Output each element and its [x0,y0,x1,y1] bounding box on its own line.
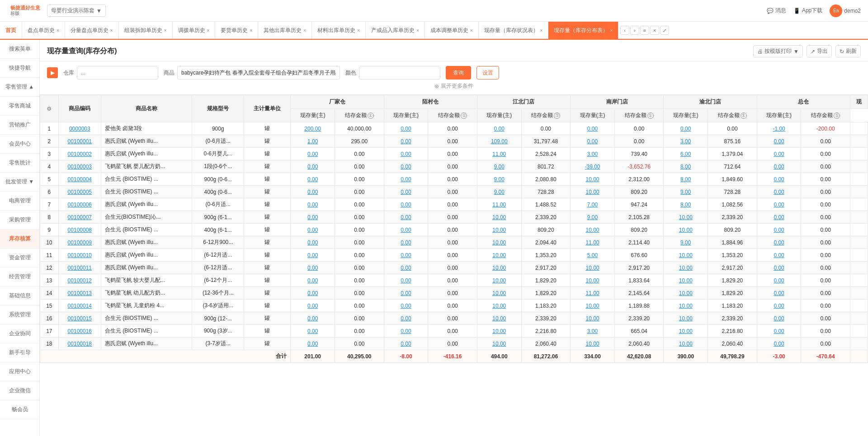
nav-prev-btn[interactable]: ‹ [620,26,629,35]
print-btn[interactable]: 🖨 按模版打印 ▼ [753,45,803,57]
col-mc-amt: 结存金额① [428,109,477,122]
filter-area: ▶ 仓库 商品 颜色 查询 设置 [40,61,868,95]
sidebar-item-enterprise[interactable]: 企业协同 [0,324,39,343]
app-container: 畅捷通好生意 标版 母婴行业演示陈套 ▼ 💬 消息 📱 App下载 Ea [0,0,868,436]
tab-xiancun-status[interactable]: 现存量（库存状况表） × [479,22,549,39]
table-row: 12 00100011 惠氏启赋 (Wyeth illu... (6-12月适.… [40,262,868,274]
printer-icon: 🖨 [757,48,763,55]
table-row: 6 00100005 合生元 (BIOSTIME) ... 400g (0-6.… [40,186,868,198]
warehouse-filter: 仓库 [63,66,158,80]
user-area[interactable]: Ea demo2 [830,5,861,17]
top-bar: 畅捷通好生意 标版 母婴行业演示陈套 ▼ 💬 消息 📱 App下载 Ea [0,0,868,22]
goods-filter: 商品 [164,66,340,80]
message-btn[interactable]: 💬 消息 [767,7,786,14]
tab-yaohuo[interactable]: 要货单历史 × [215,22,258,39]
close-icon[interactable]: × [303,28,306,33]
tab-pandian[interactable]: 盘点单历史 × [22,22,65,39]
sidebar-item-member2[interactable]: 畅会员 [0,400,39,419]
tab-fenliang[interactable]: 分量盘点单历史 × [65,22,119,39]
sidebar-item-search[interactable]: 搜索英单 [0,40,39,59]
content-area: 现存量查询(库存分布) 🖨 按模版打印 ▼ ↗ 导出 ↻ 刷新 [40,40,868,436]
close-icon[interactable]: × [470,28,473,33]
table-row: 1 0000003 爱他美 卤黛3段 900g 罐 200.00 40,000.… [40,122,868,135]
table-row: 16 00100015 合生元 (BIOSTIME) ... 900g (12-… [40,312,868,325]
sidebar-item-inventory[interactable]: 库存核算 [0,230,39,248]
refresh-icon: ↻ [840,48,844,55]
warehouse-input[interactable] [77,66,158,80]
expand-conditions-btn[interactable]: ⊕ 展开更多条件 [434,82,473,90]
close-icon[interactable]: × [357,28,360,33]
tab-xiancun-dist[interactable]: 现存量（库存分布表） × [548,22,618,39]
sidebar-item-purchase[interactable]: 采购管理 [0,211,39,230]
nav-menu-btn[interactable]: ≡ [640,26,649,35]
col-settings[interactable]: ⚙ [40,95,59,122]
col-code-header: 商品编码 [58,95,101,122]
close-icon[interactable]: × [250,28,252,33]
tab-chancheng[interactable]: 产成品入库单历史 × [366,22,425,39]
table-container[interactable]: ⚙ 商品编码 商品名称 规格型号 主计量单位 厂家仓 陌村仓 江北门店 南岸门店… [40,95,868,436]
table-row: 18 00100018 惠氏启赋 (Wyeth illu... (3-7岁适..… [40,338,868,350]
sidebar-item-operations[interactable]: 经营管理 [0,267,39,286]
close-icon[interactable]: × [540,28,543,33]
nav-expand-btn[interactable]: ⤢ [660,26,669,35]
close-icon[interactable]: × [207,28,210,33]
tab-zuzhuan[interactable]: 组装拆卸单历史 × [119,22,173,39]
col-mc-header: 陌村仓 [384,95,477,109]
tab-qita[interactable]: 其他出库单历史 × [258,22,312,39]
tab-cailiao[interactable]: 材料出库单历史 × [312,22,366,39]
close-icon[interactable]: × [416,28,419,33]
sidebar-item-basic-info[interactable]: 基础信息 [0,286,39,305]
goods-label: 商品 [164,69,175,77]
color-label: 颜色 [345,69,356,77]
col-spec-header: 规格型号 [192,95,244,122]
sidebar-item-wechat[interactable]: 企业微信 [0,381,39,400]
settings-btn[interactable]: 设置 [476,66,499,80]
col-mc-qty: 现存量(主) [384,109,428,122]
tab-home[interactable]: 首页 [0,22,22,39]
page-title: 现存量查询(库存分布) [47,47,117,56]
sidebar-item-wholesale[interactable]: 批发管理 ▼ [0,173,39,192]
table-row: 4 00100003 飞鹤星飞帆 婴儿配方奶... 1段(0-6个... 罐 0… [40,160,868,173]
filter-collapse-btn[interactable]: ▶ [47,67,58,78]
sidebar-item-guide[interactable]: 新手引导 [0,343,39,362]
sidebar-item-finance[interactable]: 资金管理 [0,248,39,267]
expand-icon: ⊕ [434,83,439,89]
goods-input[interactable] [177,66,340,80]
sidebar-item-nav[interactable]: 快捷导航 [0,59,39,78]
table-row: 5 00100004 合生元 (BIOSTIME) ... 900g (0-6.… [40,173,868,186]
app-download-btn[interactable]: 📱 App下载 [793,7,822,14]
page-actions: 🖨 按模版打印 ▼ ↗ 导出 ↻ 刷新 [753,45,861,57]
table-row: 11 00100010 惠氏启赋 (Wyeth illu... (6-12月适.… [40,249,868,262]
sidebar-item-retail-mgmt[interactable]: 零售管理 ▲ [0,78,39,97]
summary-row: 合计 201.00 40,295.00 -8.00 -416.16 494.00… [40,350,868,363]
sidebar-item-retail-stats[interactable]: 零售统计 [0,154,39,173]
close-icon[interactable]: × [57,28,59,33]
query-btn[interactable]: 查询 [446,66,471,80]
tab-chengben[interactable]: 成本调整单历史 × [425,22,479,39]
close-icon[interactable]: × [110,28,113,33]
nav-close-btn[interactable]: × [650,26,659,35]
sidebar-item-marketing[interactable]: 营销推广 [0,116,39,135]
tab-diaob[interactable]: 调拨单历史 × [173,22,216,39]
sidebar-item-retail-shop[interactable]: 零售商城 [0,97,39,116]
color-input[interactable] [359,66,440,80]
col-jb-qty: 现存量(主) [477,109,521,122]
logo-text: 畅捷通好生意 标版 [10,5,40,16]
col-jb-header: 江北门店 [477,95,570,109]
export-btn[interactable]: ↗ 导出 [807,45,832,57]
col-zc-amt: 结存金额① [801,109,850,122]
nav-next-btn[interactable]: › [630,26,639,35]
close-icon[interactable]: × [164,28,167,33]
sidebar-item-apps[interactable]: 应用中心 [0,362,39,381]
sidebar-item-member[interactable]: 会员中心 [0,135,39,154]
refresh-btn[interactable]: ↻ 刷新 [835,45,861,57]
industry-selector[interactable]: 母婴行业演示陈套 ▼ [47,5,106,17]
sidebar-item-system[interactable]: 系统管理 [0,305,39,324]
logo-area: 畅捷通好生意 标版 [7,5,43,16]
col-cj-qty: 现存量(主) [291,109,335,122]
col-cj-header: 厂家仓 [291,95,384,109]
sidebar-item-ecommerce[interactable]: 电商管理 [0,192,39,211]
close-icon[interactable]: × [610,28,613,33]
table-row: 14 00100013 飞鹤星飞帆 幼儿配方奶... (12-36个月... 罐… [40,287,868,300]
col-unit-header: 主计量单位 [244,95,291,122]
